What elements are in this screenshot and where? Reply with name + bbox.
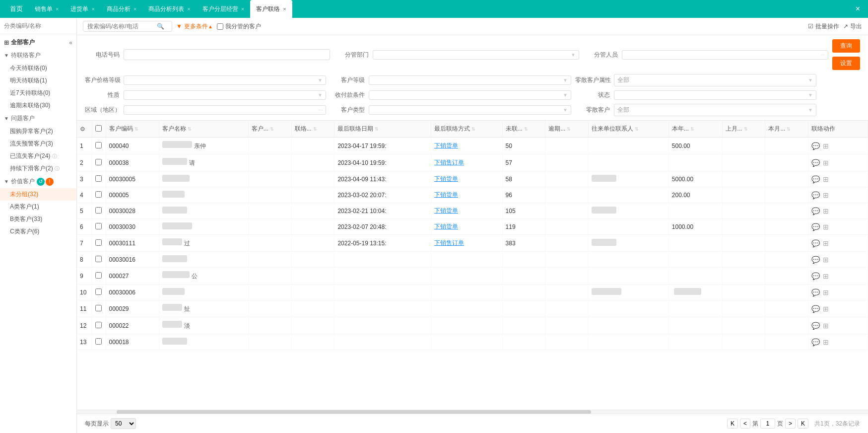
sidebar-item-overdue[interactable]: 逾期未联络(30) [0, 99, 76, 112]
price-level-select[interactable]: ▼ [124, 75, 326, 85]
sidebar-item-classA[interactable]: A类客户(1) [0, 201, 76, 213]
scatter-attr-select[interactable]: 全部 ▼ [614, 74, 816, 86]
phone-icon[interactable]: 💬 [811, 142, 820, 150]
grid-action-icon[interactable]: ⊞ [823, 207, 829, 215]
row-checkbox[interactable] [92, 334, 106, 350]
chevron-down-icon: ▼ [808, 77, 813, 83]
customer-level-select[interactable]: ▼ [369, 75, 571, 85]
sidebar-item-classC[interactable]: C类客户(6) [0, 225, 76, 238]
row-checkbox[interactable] [92, 268, 106, 285]
filter-buttons: 查询 设置 [832, 39, 860, 70]
phone-icon[interactable]: 💬 [811, 191, 820, 199]
grid-action-icon[interactable]: ⊞ [823, 289, 829, 296]
manager-select[interactable]: ··· [622, 50, 828, 60]
nav-purchase[interactable]: 进货单 × [65, 0, 100, 18]
main-search-input[interactable] [87, 23, 157, 30]
my-customers-checkbox[interactable] [217, 23, 223, 30]
customer-type-select[interactable]: ▼ [369, 105, 571, 115]
nav-sales[interactable]: 销售单 × [29, 0, 65, 18]
grid-action-icon[interactable]: ⊞ [823, 159, 829, 167]
row-checkbox[interactable] [92, 252, 106, 268]
nav-product-analysis-list[interactable]: 商品分析列表 × [142, 0, 196, 18]
row-checkbox[interactable] [92, 235, 106, 252]
grid-action-icon[interactable]: ⊞ [823, 175, 829, 183]
phone-icon[interactable]: 💬 [811, 289, 820, 296]
grid-action-icon[interactable]: ⊞ [823, 142, 829, 150]
grid-action-icon[interactable]: ⊞ [823, 223, 829, 231]
payment-select[interactable]: ▼ [369, 90, 571, 100]
group-pending-contact[interactable]: ▼ 待联络客户 [0, 49, 76, 62]
nav-home[interactable]: 首页 [4, 4, 29, 13]
grid-action-icon[interactable]: ⊞ [823, 272, 829, 280]
collapse-icon[interactable]: « [69, 39, 72, 46]
bulk-op-btn[interactable]: ☑ 批量操作 [808, 22, 839, 31]
settings-icon[interactable]: ⚙ [80, 126, 85, 133]
phone-input[interactable] [124, 49, 330, 60]
my-customers-checkbox-label[interactable]: 我分管的客户 [217, 22, 261, 31]
row-checkbox[interactable] [92, 154, 106, 171]
next-page-btn[interactable]: > [785, 419, 796, 429]
export-btn[interactable]: ↗ 导出 [843, 22, 862, 31]
sidebar-item-churn-warning[interactable]: 流失预警客户(3) [0, 138, 76, 150]
prev-page-btn[interactable]: < [740, 419, 750, 429]
row-checkbox[interactable] [92, 171, 106, 187]
row-checkbox[interactable] [92, 203, 106, 219]
region-select[interactable]: ··· [124, 105, 326, 115]
grid-action-icon[interactable]: ⊞ [823, 256, 829, 264]
select-all-checkbox[interactable] [95, 125, 102, 132]
window-close-icon[interactable]: × [852, 4, 864, 13]
phone-icon[interactable]: 💬 [811, 256, 820, 264]
grid-action-icon[interactable]: ⊞ [823, 338, 829, 346]
grid-action-icon[interactable]: ⊞ [823, 239, 829, 247]
row-checkbox[interactable] [92, 138, 106, 154]
group-problem-customers[interactable]: ▼ 问题客户 [0, 112, 76, 125]
grid-action-icon[interactable]: ⊞ [823, 305, 829, 313]
sidebar-item-tomorrow[interactable]: 明天待联络(1) [0, 74, 76, 87]
filter-bar: 🔍 ▼ 更多条件 ▲ 我分管的客户 ☑ 批量操作 ↗ 导出 [77, 18, 868, 35]
sidebar-search-input[interactable] [4, 22, 77, 29]
phone-icon[interactable]: 💬 [811, 239, 820, 247]
phone-icon[interactable]: 💬 [811, 223, 820, 231]
row-last-method [431, 334, 502, 350]
nav-customer-tier[interactable]: 客户分层经营 × [197, 0, 250, 18]
group-value-customers[interactable]: ▼ 价值客户 ↺ ! [0, 175, 76, 188]
grid-action-icon[interactable]: ⊞ [823, 191, 829, 199]
page-number-input[interactable] [760, 419, 775, 429]
sidebar-item-classB[interactable]: B类客户(33) [0, 213, 76, 225]
nav-customer-contact[interactable]: 客户联络 × [250, 0, 292, 18]
sidebar-item-7days[interactable]: 近7天待联络(0) [0, 87, 76, 99]
more-conditions-btn[interactable]: ▼ 更多条件 ▲ [176, 22, 213, 31]
page-size-select[interactable]: 50 20 100 [111, 418, 136, 429]
row-checkbox[interactable] [92, 317, 106, 334]
grid-action-icon[interactable]: ⊞ [823, 322, 829, 330]
nature-select[interactable]: ▼ [124, 90, 326, 100]
row-type [248, 252, 291, 268]
row-checkbox[interactable] [92, 219, 106, 235]
first-page-btn[interactable]: K [727, 419, 738, 429]
phone-icon[interactable]: 💬 [811, 159, 820, 167]
phone-icon[interactable]: 💬 [811, 338, 820, 346]
status-select[interactable]: ▼ [614, 90, 816, 100]
row-checkbox[interactable] [92, 285, 106, 300]
search-icon[interactable]: 🔍 [157, 23, 164, 30]
all-customers-header[interactable]: ⊞ 全部客户 « [0, 34, 76, 49]
phone-icon[interactable]: 💬 [811, 272, 820, 280]
sidebar-item-today[interactable]: 今天待联络(0) [0, 62, 76, 74]
row-checkbox[interactable] [92, 187, 106, 203]
query-button[interactable]: 查询 [832, 39, 860, 53]
phone-icon[interactable]: 💬 [811, 175, 820, 183]
phone-icon[interactable]: 💬 [811, 305, 820, 313]
sidebar-item-abnormal[interactable]: 囤购异常客户(2) [0, 125, 76, 138]
dept-select[interactable]: ▼ [373, 50, 579, 60]
sidebar-item-churned[interactable]: 已流失客户(24) ⓘ [0, 150, 76, 162]
phone-icon[interactable]: 💬 [811, 322, 820, 330]
reset-button[interactable]: 设置 [832, 57, 860, 70]
phone-icon[interactable]: 💬 [811, 207, 820, 215]
sidebar-item-declining[interactable]: 持续下滑客户(2) ⓘ [0, 162, 76, 175]
scatter-customer-select[interactable]: 全部 ▼ [614, 104, 816, 116]
last-page-btn[interactable]: K [798, 419, 808, 429]
refresh-icon[interactable]: ↺ [37, 178, 45, 186]
row-checkbox[interactable] [92, 300, 106, 317]
nav-product-analysis[interactable]: 商品分析 × [101, 0, 142, 18]
sidebar-item-ungrouped[interactable]: 未分组(32) [0, 188, 76, 201]
